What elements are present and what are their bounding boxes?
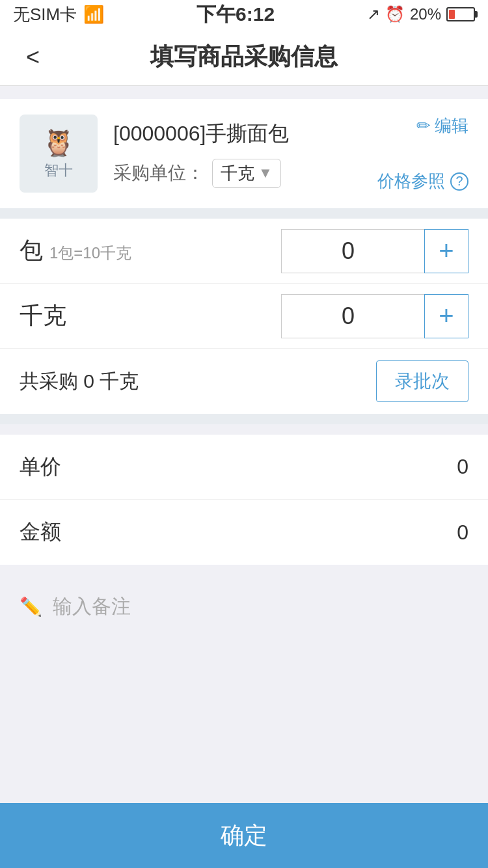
- section-divider-2: [0, 414, 488, 424]
- location-icon: ↗: [367, 5, 380, 23]
- product-card: 🦉 智十 [0000006]手撕面包 采购单位： 千克 ▼ ✏ 编辑 价格参照 …: [0, 99, 488, 208]
- quantity-section: 包 1包=10千克 + 千克 +: [0, 219, 488, 349]
- remark-placeholder: 输入备注: [53, 593, 131, 620]
- bag-label-group: 包 1包=10千克: [20, 235, 281, 267]
- kg-label-group: 千克: [20, 300, 281, 332]
- bag-label: 包: [20, 235, 43, 267]
- help-icon: ?: [450, 172, 468, 191]
- battery-icon: [446, 7, 475, 21]
- kg-input-group: +: [281, 294, 468, 338]
- batch-button[interactable]: 录批次: [376, 360, 468, 402]
- summary-text: 共采购 0 千克: [20, 368, 139, 395]
- unit-price-label: 单价: [20, 453, 61, 481]
- amount-label: 金额: [20, 518, 61, 547]
- nav-bar: < 填写商品采购信息: [0, 29, 488, 86]
- carrier-label: 无SIM卡: [13, 3, 77, 26]
- product-thumb-owl: 🦉: [42, 128, 75, 158]
- quantity-row-bag: 包 1包=10千克 +: [0, 219, 488, 284]
- status-bar: 无SIM卡 📶 下午6:12 ↗ ⏰ 20%: [0, 0, 488, 29]
- quantity-row-kg: 千克 +: [0, 284, 488, 349]
- bag-sublabel: 1包=10千克: [49, 243, 131, 264]
- time-label: 下午6:12: [197, 1, 275, 28]
- wifi-icon: 📶: [83, 5, 104, 25]
- unit-price-value: 0: [457, 455, 468, 479]
- price-ref-button[interactable]: 价格参照 ?: [377, 170, 468, 193]
- unit-select[interactable]: 千克 ▼: [212, 159, 281, 188]
- edit-button[interactable]: ✏ 编辑: [416, 115, 468, 137]
- unit-value: 千克: [221, 162, 254, 185]
- pencil-icon: ✏️: [20, 596, 42, 617]
- alarm-icon: ⏰: [385, 5, 405, 23]
- confirm-bar[interactable]: 确定: [0, 803, 488, 868]
- back-button[interactable]: <: [20, 37, 46, 77]
- summary-row: 共采购 0 千克 录批次: [0, 349, 488, 414]
- product-name: [0000006]手撕面包: [113, 120, 468, 148]
- price-section: 单价 0 金额 0: [0, 435, 488, 565]
- amount-value: 0: [457, 521, 468, 545]
- bag-quantity-input[interactable]: [281, 229, 424, 273]
- bag-plus-button[interactable]: +: [424, 229, 468, 273]
- chevron-down-icon: ▼: [258, 165, 273, 182]
- product-thumbnail: 🦉 智十: [20, 115, 98, 193]
- confirm-button-label: 确定: [221, 820, 267, 852]
- unit-label: 采购单位：: [113, 161, 204, 185]
- bag-input-group: +: [281, 229, 468, 273]
- top-divider: [0, 86, 488, 99]
- amount-row: 金额 0: [0, 500, 488, 565]
- product-thumb-label: 智十: [44, 161, 73, 180]
- status-bar-left: 无SIM卡 📶: [13, 3, 104, 26]
- section-divider-1: [0, 208, 488, 219]
- battery-percent: 20%: [410, 5, 441, 23]
- remark-section[interactable]: ✏️ 输入备注: [0, 575, 488, 638]
- unit-price-row: 单价 0: [0, 435, 488, 500]
- kg-label: 千克: [20, 300, 66, 332]
- price-ref-label: 价格参照: [377, 170, 445, 193]
- kg-quantity-input[interactable]: [281, 294, 424, 338]
- status-bar-right: ↗ ⏰ 20%: [367, 5, 475, 23]
- kg-plus-button[interactable]: +: [424, 294, 468, 338]
- edit-icon: ✏: [416, 116, 431, 136]
- page-title: 填写商品采购信息: [150, 41, 338, 73]
- edit-label: 编辑: [435, 115, 468, 137]
